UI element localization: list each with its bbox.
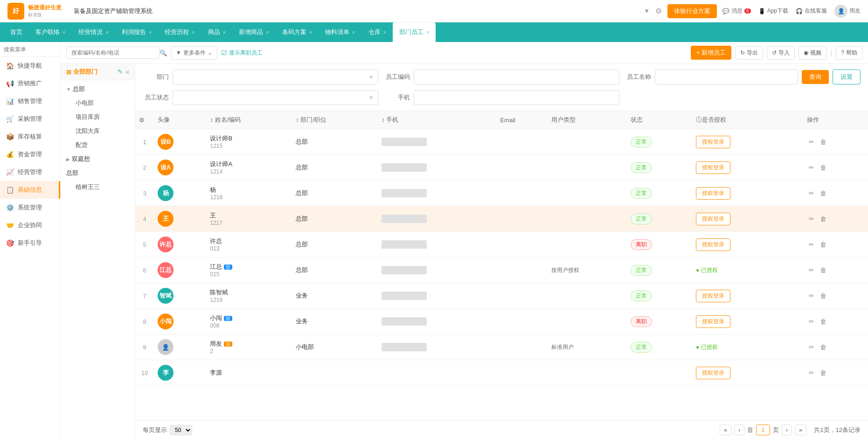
dept-tree-item-zongbu[interactable]: 总部 xyxy=(61,166,135,180)
sidebar-item-quick-nav[interactable]: 🏠快捷导航 xyxy=(0,57,60,75)
emp-name-input[interactable] xyxy=(655,70,798,84)
edit-button[interactable]: ✏ xyxy=(807,291,816,300)
delete-button[interactable]: 🗑 xyxy=(818,368,828,377)
edit-button[interactable]: ✏ xyxy=(807,188,816,198)
auth-button[interactable]: 授权登录 xyxy=(696,367,730,379)
nav-item-warehouse[interactable]: 仓库× xyxy=(362,22,393,42)
view-button[interactable]: ◉ 视频 xyxy=(799,46,826,60)
nav-item-home[interactable]: 首页 xyxy=(4,22,29,42)
delete-button[interactable]: 🗑 xyxy=(818,265,828,275)
auth-button[interactable]: 授权登录 xyxy=(696,290,730,302)
auth-button[interactable]: 授权登录 xyxy=(696,213,730,225)
dept-tree-item-head[interactable]: ▼ 总部 xyxy=(61,82,135,96)
sidebar-item-purchase[interactable]: 🛒采购管理 xyxy=(0,110,60,128)
sidebar-item-marketing[interactable]: 📢营销推广 xyxy=(0,75,60,92)
close-icon[interactable]: × xyxy=(266,29,269,35)
nav-item-customer[interactable]: 客户联络× xyxy=(29,22,72,42)
delete-button[interactable]: 🗑 xyxy=(818,188,828,198)
close-icon[interactable]: × xyxy=(62,29,65,35)
emp-code-input[interactable] xyxy=(414,70,619,84)
nav-item-bom[interactable]: 物料清单× xyxy=(319,22,361,42)
dept-collapse-button[interactable]: « xyxy=(125,68,129,76)
dept-all-label[interactable]: ⊞ 全部部门 xyxy=(66,68,97,76)
delete-button[interactable]: 🗑 xyxy=(818,163,828,172)
delete-button[interactable]: 🗑 xyxy=(818,342,828,352)
next-page-button[interactable]: › xyxy=(782,425,792,435)
auth-button[interactable]: 授权登录 xyxy=(696,136,730,148)
prev-page-button[interactable]: ‹ xyxy=(734,425,744,435)
search-input[interactable] xyxy=(66,47,160,59)
edit-button[interactable]: ✏ xyxy=(807,342,816,352)
edit-button[interactable]: ✏ xyxy=(807,163,816,172)
sidebar-item-basic-info[interactable]: 📋基础信息 xyxy=(0,181,60,199)
close-icon[interactable]: × xyxy=(105,29,108,35)
auth-button[interactable]: 授权登录 xyxy=(696,238,730,251)
dept-tree-item-peihu[interactable]: 配货 xyxy=(61,138,135,152)
edit-button[interactable]: ✏ xyxy=(807,137,816,146)
auth-button[interactable]: 授权登录 xyxy=(696,315,730,328)
user-menu[interactable]: 👤 用友 xyxy=(834,5,861,18)
show-resigned-checkbox[interactable]: ☑ 显示离职员工 xyxy=(221,49,263,57)
last-page-button[interactable]: » xyxy=(795,425,806,435)
dept-tree-item-small-elec[interactable]: 小电部 xyxy=(61,96,135,110)
add-employee-button[interactable]: + 新增员工 xyxy=(691,46,731,60)
export-button[interactable]: ↻ 导出 xyxy=(735,46,763,60)
app-download-button[interactable]: 📱 App下载 xyxy=(758,7,788,15)
auth-button[interactable]: 授权登录 xyxy=(696,161,730,174)
sidebar-item-collab[interactable]: 🤝企业协同 xyxy=(0,216,60,234)
delete-button[interactable]: 🗑 xyxy=(818,317,828,326)
gear-icon[interactable]: ⚙ xyxy=(655,7,662,15)
message-button[interactable]: 💬 消息 6 xyxy=(722,7,751,15)
delete-button[interactable]: 🗑 xyxy=(818,137,828,146)
nav-item-add-goods[interactable]: 新增商品× xyxy=(232,22,275,42)
col-name[interactable]: ↕ 姓名/编码 xyxy=(206,111,292,129)
nav-item-barcode[interactable]: 条码方案× xyxy=(276,22,319,42)
dept-tree-item-project[interactable]: 项目库房 xyxy=(61,110,135,124)
sidebar-item-system[interactable]: ⚙️系统管理 xyxy=(0,199,60,216)
close-icon[interactable]: × xyxy=(383,29,386,35)
status-select[interactable]: ▼ xyxy=(173,90,378,105)
col-dept[interactable]: ↕ 部门/职位 xyxy=(292,111,378,129)
edit-button[interactable]: ✏ xyxy=(807,214,816,223)
nav-item-operation[interactable]: 经营情况× xyxy=(72,22,115,42)
query-button[interactable]: 查询 xyxy=(802,70,829,84)
page-size-select[interactable]: 50 xyxy=(170,425,192,435)
close-icon[interactable]: × xyxy=(426,29,429,35)
dept-tree-item-zhishu[interactable]: 植树王三 xyxy=(61,180,135,194)
close-icon[interactable]: × xyxy=(352,29,355,35)
edit-button[interactable]: ✏ xyxy=(807,265,816,275)
auth-button[interactable]: 授权登录 xyxy=(696,187,730,200)
nav-item-profit[interactable]: 利润报告× xyxy=(115,22,158,42)
import-button[interactable]: ↺ 导入 xyxy=(767,46,795,60)
col-phone[interactable]: ↕ 手机 xyxy=(378,111,496,129)
edit-button[interactable]: ✏ xyxy=(807,317,816,326)
nav-item-goods[interactable]: 商品× xyxy=(201,22,232,42)
sidebar-item-inventory[interactable]: 📦库存核算 xyxy=(0,128,60,146)
dept-tree-item-shuangtingxiang[interactable]: ▶ 双庭想 xyxy=(61,152,135,166)
close-icon[interactable]: × xyxy=(223,29,226,35)
close-icon[interactable]: × xyxy=(309,29,312,35)
sidebar-item-sales[interactable]: 📊销售管理 xyxy=(0,92,60,110)
edit-button[interactable]: ✏ xyxy=(807,240,816,249)
dept-tree-item-shenyang[interactable]: 沈阳大库 xyxy=(61,124,135,138)
sidebar-item-business[interactable]: 📈经营管理 xyxy=(0,163,60,181)
delete-button[interactable]: 🗑 xyxy=(818,240,828,249)
nav-item-history[interactable]: 经营历程× xyxy=(158,22,201,42)
delete-button[interactable]: 🗑 xyxy=(818,214,828,223)
phone-input[interactable] xyxy=(414,90,619,105)
delete-button[interactable]: 🗑 xyxy=(818,291,828,300)
close-icon[interactable]: × xyxy=(192,29,194,35)
nav-item-department[interactable]: 部门员工× xyxy=(393,22,436,42)
dept-select[interactable]: ▼ xyxy=(173,70,378,84)
dropdown-arrow-icon[interactable]: ▼ xyxy=(644,7,650,14)
online-service-button[interactable]: 🎧 在线客服 xyxy=(796,7,827,15)
dept-edit-icon[interactable]: ✎ xyxy=(118,68,123,76)
more-filters-button[interactable]: ▼ 更多条件 ⌄ xyxy=(171,46,217,60)
help-button[interactable]: ? 帮助 xyxy=(836,46,862,60)
reset-button[interactable]: 设置 xyxy=(833,70,861,84)
sidebar-item-finance[interactable]: 💰资金管理 xyxy=(0,146,60,163)
close-icon[interactable]: × xyxy=(149,29,152,35)
edit-button[interactable]: ✏ xyxy=(807,368,816,377)
sidebar-item-guide[interactable]: 🎯新手引导 xyxy=(0,234,60,252)
col-settings[interactable]: ⚙ xyxy=(135,111,154,129)
